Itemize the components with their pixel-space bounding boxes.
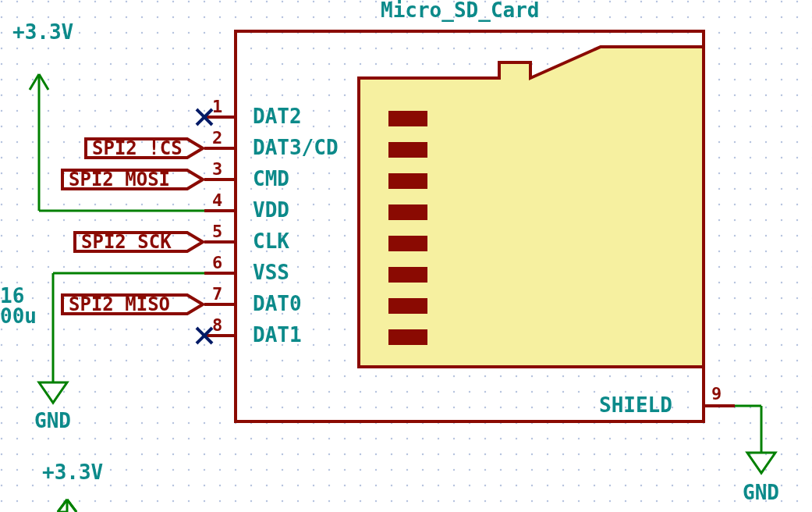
svg-text:SPI2_!CS: SPI2_!CS xyxy=(92,137,183,159)
svg-text:+3.3V: +3.3V xyxy=(42,460,103,484)
svg-text:7: 7 xyxy=(212,284,222,304)
svg-text:2: 2 xyxy=(212,128,222,148)
svg-rect-4 xyxy=(388,142,427,158)
svg-text:VSS: VSS xyxy=(253,261,289,284)
svg-rect-6 xyxy=(388,204,427,220)
svg-text:5: 5 xyxy=(212,222,222,241)
svg-text:3: 3 xyxy=(212,159,222,179)
svg-text:SPI2_MISO: SPI2_MISO xyxy=(69,293,170,315)
component-title: Micro_SD_Card xyxy=(381,0,540,22)
svg-text:GND: GND xyxy=(743,481,779,504)
svg-text:SHIELD: SHIELD xyxy=(599,393,672,417)
svg-rect-7 xyxy=(388,236,427,251)
svg-text:DAT1: DAT1 xyxy=(253,323,302,347)
svg-text:SPI2_SCK: SPI2_SCK xyxy=(81,231,172,253)
cropped-text-2: 00u xyxy=(0,304,37,328)
svg-text:GND: GND xyxy=(34,409,71,432)
svg-text:DAT3/CD: DAT3/CD xyxy=(253,136,339,159)
svg-rect-3 xyxy=(388,111,427,126)
svg-text:4: 4 xyxy=(212,190,222,210)
svg-rect-10 xyxy=(388,329,427,345)
svg-rect-9 xyxy=(388,298,427,314)
svg-text:1: 1 xyxy=(212,97,222,116)
svg-text:DAT0: DAT0 xyxy=(253,292,302,315)
svg-text:CMD: CMD xyxy=(253,167,289,190)
svg-text:CLK: CLK xyxy=(253,229,289,253)
svg-rect-8 xyxy=(388,267,427,283)
svg-text:VDD: VDD xyxy=(253,198,289,222)
svg-text:DAT2: DAT2 xyxy=(253,105,302,128)
svg-text:+3.3V: +3.3V xyxy=(12,20,73,44)
svg-text:SPI2_MOSI: SPI2_MOSI xyxy=(69,169,170,190)
svg-text:9: 9 xyxy=(711,384,722,404)
svg-text:6: 6 xyxy=(212,253,222,272)
svg-text:8: 8 xyxy=(212,315,222,335)
svg-rect-5 xyxy=(388,173,427,189)
